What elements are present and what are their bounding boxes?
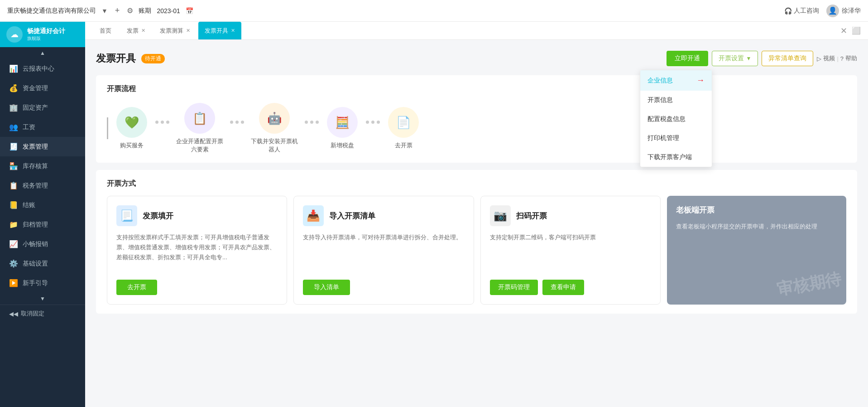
tab-invoice[interactable]: 发票 ✕	[120, 22, 152, 39]
sidebar-item-label: 固定资产	[23, 104, 48, 112]
methods-section: 开票方式 📃 发票填开 支持按照发票样式手工填开发票；可开具增值税电子普通发票、…	[96, 170, 857, 314]
scroll-up-btn[interactable]: ▲	[0, 47, 85, 59]
funds-icon: 💰	[9, 84, 18, 92]
cancel-pin-btn[interactable]: ◀◀ 取消固定	[0, 305, 85, 322]
sidebar-item-label: 工资	[23, 123, 35, 131]
settings-sidebar-icon: ⚙️	[9, 259, 18, 268]
dropdown-item-tax-config[interactable]: 配置税盘信息	[640, 110, 712, 129]
boss-method-title: 老板端开票	[676, 205, 715, 215]
company-name: 重庆畅捷交通信息咨询有限公司	[7, 7, 96, 15]
flow-step-4: 🧮 新增税盘	[324, 107, 360, 150]
abnormal-btn[interactable]: 异常清单查询	[762, 51, 813, 66]
sidebar-item-expense[interactable]: 📈 小畅报销	[0, 234, 85, 254]
tab-home[interactable]: 首页	[92, 22, 119, 39]
scroll-down-btn[interactable]: ▼	[0, 293, 85, 305]
fill-method-title: 发票填开	[143, 211, 173, 221]
video-help-btn[interactable]: ▷ 视频 | ? 帮助	[817, 54, 857, 63]
sidebar-item-label: 库存核算	[23, 162, 48, 170]
pin-icon: ◀◀	[9, 310, 18, 317]
method-card-import: 📥 导入开票清单 支持导入待开票清单，可对待开票清单进行拆分、合并处理。 导入清…	[293, 196, 474, 305]
play-icon: ▷	[817, 55, 821, 62]
flow-step-2: 📋 企业开通配置开票六要素	[175, 103, 225, 154]
settings-icon[interactable]: ⚙	[127, 6, 133, 15]
period-value: 2023-01	[157, 7, 180, 15]
sidebar: ☁ 畅捷通好会计 旗舰版 ▲ 📊 云报表中心 💰 资金管理 🏢 固定资产	[0, 22, 85, 407]
cloud-reports-icon: 📊	[9, 64, 18, 73]
sidebar-item-label: 基础设置	[23, 260, 48, 268]
sidebar-logo: ☁ 畅捷通好会计 旗舰版	[0, 22, 85, 47]
calendar-icon[interactable]: 📅	[186, 7, 193, 15]
scan-method-title: 扫码开票	[516, 211, 547, 221]
sidebar-item-invoice[interactable]: 🧾 发票管理	[0, 137, 85, 156]
sidebar-item-settings[interactable]: ⚙️ 基础设置	[0, 254, 85, 273]
sidebar-item-cloud-reports[interactable]: 📊 云报表中心	[0, 59, 85, 78]
import-btn[interactable]: 导入清单	[303, 280, 350, 295]
period-label: 账期	[139, 7, 151, 15]
fill-method-desc: 支持按照发票样式手工填开发票；可开具增值税电子普通发票、增值税普通发票、增值税专…	[116, 233, 278, 272]
add-icon[interactable]: +	[113, 6, 122, 15]
import-method-title: 导入开票清单	[329, 211, 375, 221]
user-btn[interactable]: 👤 徐泽华	[826, 5, 861, 17]
sidebar-item-inventory[interactable]: 🏪 库存核算	[0, 156, 85, 176]
fill-go-btn[interactable]: 去开票	[116, 280, 157, 295]
invoice-icon: 🧾	[9, 142, 18, 151]
fill-method-icon: 📃	[116, 205, 137, 226]
sidebar-item-label: 归档管理	[23, 221, 48, 229]
sidebar-item-label: 发票管理	[23, 143, 48, 151]
tab-close-icon[interactable]: ✕	[186, 28, 190, 34]
help-icon: ?	[840, 55, 844, 62]
qrcode-mgr-btn[interactable]: 开票码管理	[490, 280, 538, 295]
import-method-desc: 支持导入待开票清单，可对待开票清单进行拆分、合并处理。	[303, 233, 464, 272]
support-btn[interactable]: 🎧 人工咨询	[784, 7, 819, 15]
settings-dropdown-menu: 企业信息 → 开票信息 配置税盘信息 打印机管理	[640, 70, 712, 167]
sidebar-item-guide[interactable]: ▶️ 新手引导	[0, 273, 85, 293]
tab-active-close-icon[interactable]: ✕	[231, 28, 235, 34]
salary-icon: 👥	[9, 123, 18, 131]
sidebar-item-archive[interactable]: 📁 归档管理	[0, 215, 85, 234]
tab-bar: 首页 发票 ✕ 发票测算 ✕ 发票开具 ✕ ✕ ⬜	[85, 22, 868, 40]
tab-invoice-calc[interactable]: 发票测算 ✕	[153, 22, 197, 39]
view-apply-btn[interactable]: 查看申请	[542, 280, 584, 295]
dropdown-item-printer[interactable]: 打印机管理	[640, 129, 712, 148]
sidebar-item-label: 新手引导	[23, 279, 48, 287]
dropdown-item-company[interactable]: 企业信息 →	[640, 70, 712, 91]
flow-section-title: 开票流程	[107, 84, 846, 94]
settle-icon: 📒	[9, 201, 18, 209]
settings-dropdown-btn[interactable]: 开票设置 ▼	[712, 51, 758, 66]
sidebar-item-assets[interactable]: 🏢 固定资产	[0, 98, 85, 117]
methods-section-title: 开票方式	[107, 179, 846, 189]
sidebar-item-funds[interactable]: 💰 资金管理	[0, 78, 85, 98]
sidebar-item-label: 资金管理	[23, 84, 48, 92]
tab-close-icon[interactable]: ✕	[141, 28, 145, 34]
tab-close-window-btn[interactable]: ✕	[840, 26, 847, 36]
flow-section: 开票流程 💚 购买服务	[96, 75, 857, 163]
tab-invoice-issue[interactable]: 发票开具 ✕	[198, 22, 241, 39]
expense-icon: 📈	[9, 240, 18, 248]
archive-icon: 📁	[9, 220, 18, 229]
guide-icon: ▶️	[9, 279, 18, 287]
logo-title: 畅捷通好会计	[27, 27, 65, 35]
sidebar-item-label: 小畅报销	[23, 240, 48, 248]
sidebar-item-settle[interactable]: 📒 结账	[0, 195, 85, 215]
sidebar-item-label: 税务管理	[23, 182, 48, 190]
flow-step-5: 📄 去开票	[385, 107, 422, 150]
sidebar-item-tax[interactable]: 📋 税务管理	[0, 176, 85, 195]
activate-btn[interactable]: 立即开通	[667, 51, 708, 66]
dropdown-item-invoice-info[interactable]: 开票信息	[640, 91, 712, 110]
logo-icon: ☁	[6, 26, 23, 43]
method-card-fill: 📃 发票填开 支持按照发票样式手工填开发票；可开具增值税电子普通发票、增值税普通…	[107, 196, 287, 305]
scan-method-icon: 📷	[490, 205, 511, 226]
avatar-icon: 👤	[826, 5, 839, 17]
flow-step-3: 🤖 下载并安装开票机器人	[249, 103, 299, 154]
red-arrow-icon: →	[696, 76, 705, 85]
dropdown-item-download[interactable]: 下载开票客户端	[640, 148, 712, 167]
sidebar-item-label: 结账	[23, 201, 35, 209]
page-title: 发票开具	[96, 52, 136, 65]
scan-method-desc: 支持定制开票二维码，客户端可扫码开票	[490, 233, 651, 272]
logo-sub: 旗舰版	[27, 35, 65, 42]
tab-maximize-btn[interactable]: ⬜	[852, 26, 861, 35]
sidebar-item-salary[interactable]: 👥 工资	[0, 117, 85, 137]
company-dropdown-icon[interactable]: ▼	[101, 7, 108, 15]
import-method-icon: 📥	[303, 205, 324, 226]
sidebar-item-label: 云报表中心	[23, 65, 54, 73]
